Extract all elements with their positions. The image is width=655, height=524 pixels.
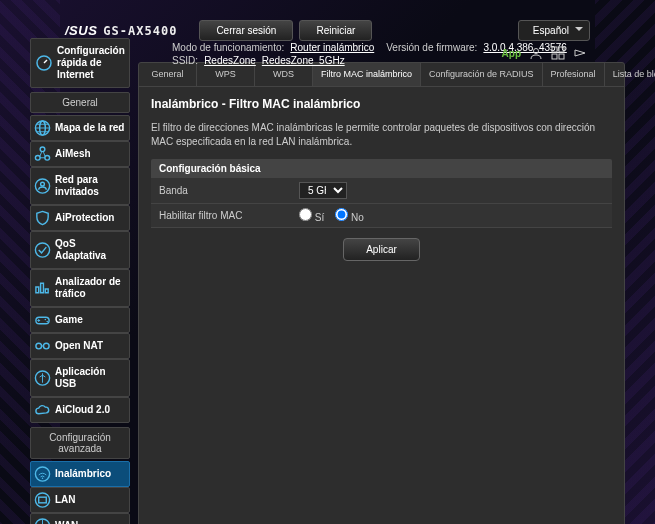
lan-icon — [34, 492, 51, 509]
nav-label: AiMesh — [55, 148, 91, 159]
nav-aplicaci-n-usb[interactable]: Aplicación USB — [30, 359, 130, 397]
cloud-icon — [34, 402, 51, 419]
no-text: No — [351, 212, 364, 223]
svg-point-16 — [46, 321, 48, 323]
traffic-icon — [34, 280, 51, 297]
nat-icon — [34, 338, 51, 355]
svg-point-13 — [35, 243, 49, 257]
tab-lista-de-bloqueo-de-itinerancia[interactable]: Lista de bloqueo de itinerancia — [605, 63, 655, 86]
gauge-icon — [35, 54, 53, 72]
nav-label: Open NAT — [55, 340, 103, 351]
quick-setup-label: Configuración rápida de Internet — [57, 45, 125, 80]
nav-label: Inalámbrico — [55, 468, 111, 479]
config-header: Configuración básica — [151, 159, 612, 178]
nav-aiprotection[interactable]: AiProtection — [30, 205, 130, 231]
apply-button[interactable]: Aplicar — [343, 238, 420, 261]
general-section-label: General — [30, 92, 130, 113]
usb-icon — [34, 370, 51, 387]
brand-logo: /SUS — [65, 23, 97, 38]
guest-icon — [34, 178, 51, 195]
nav-label: AiProtection — [55, 212, 114, 223]
nav-lan[interactable]: LAN — [30, 487, 130, 513]
language-selector[interactable]: Español — [518, 20, 590, 41]
game-icon — [34, 312, 51, 329]
svg-rect-2 — [559, 47, 564, 52]
grid-icon[interactable] — [551, 46, 565, 60]
nav-label: Mapa de la red — [55, 122, 124, 133]
nav-mapa-de-la-red[interactable]: Mapa de la red — [30, 115, 130, 141]
model-name: GS-AX5400 — [103, 24, 177, 38]
nav-label: Aplicación USB — [55, 366, 106, 389]
nav-label: Red para invitados — [55, 174, 99, 197]
svg-rect-3 — [552, 54, 557, 59]
yes-text: Sí — [315, 212, 324, 223]
users-icon[interactable] — [529, 46, 543, 60]
radio-yes[interactable] — [299, 208, 312, 221]
fw-label: Versión de firmware: — [386, 42, 477, 53]
page-title: Inalámbrico - Filtro MAC inalámbrico — [151, 97, 612, 111]
nav-inal-mbrico[interactable]: Inalámbrico — [30, 461, 130, 487]
nav-label: QoS Adaptativa — [55, 238, 106, 261]
svg-rect-23 — [39, 497, 47, 503]
logout-button[interactable]: Cerrar sesión — [199, 20, 293, 41]
svg-point-22 — [35, 493, 49, 507]
svg-point-9 — [45, 155, 50, 160]
svg-rect-1 — [552, 47, 557, 52]
reboot-button[interactable]: Reiniciar — [299, 20, 372, 41]
nav-open-nat[interactable]: Open NAT — [30, 333, 130, 359]
globe-icon — [34, 120, 51, 137]
enable-filter-label: Habilitar filtro MAC — [159, 210, 299, 221]
svg-point-12 — [41, 182, 45, 186]
nav-qos-adaptativa[interactable]: QoS Adaptativa — [30, 231, 130, 269]
quick-setup-button[interactable]: Configuración rápida de Internet — [30, 38, 130, 88]
mode-label: Modo de funcionamiento: — [172, 42, 284, 53]
svg-point-18 — [43, 343, 49, 349]
ssid-label: SSID: — [172, 55, 198, 66]
ssid2-link[interactable]: RedesZone_5GHz — [262, 55, 345, 66]
shield-icon — [34, 210, 51, 227]
radio-no[interactable] — [335, 208, 348, 221]
band-select[interactable]: 5 GHz — [299, 182, 347, 199]
wan-icon — [34, 518, 51, 525]
app-link[interactable]: App — [502, 48, 521, 59]
nav-game[interactable]: Game — [30, 307, 130, 333]
band-label: Banda — [159, 185, 299, 196]
svg-point-10 — [40, 147, 45, 152]
page-description: El filtro de direcciones MAC inalámbrica… — [151, 121, 612, 149]
mode-link[interactable]: Router inalámbrico — [290, 42, 374, 53]
nav-red-para-invitados[interactable]: Red para invitados — [30, 167, 130, 205]
svg-point-21 — [42, 477, 44, 479]
content-panel: GeneralWPSWDSFiltro MAC inalámbricoConfi… — [138, 62, 625, 524]
nav-analizador-de-tr-fico[interactable]: Analizador de tráfico — [30, 269, 130, 307]
svg-point-17 — [36, 343, 42, 349]
wifi-icon — [34, 466, 51, 483]
nav-label: WAN — [55, 520, 78, 524]
share-icon[interactable] — [573, 46, 587, 60]
sidebar: Configuración rápida de Internet General… — [30, 38, 130, 524]
nav-aimesh[interactable]: AiMesh — [30, 141, 130, 167]
nav-label: LAN — [55, 494, 76, 505]
advanced-section-label: Configuración avanzada — [30, 427, 130, 459]
qos-icon — [34, 242, 51, 259]
svg-point-0 — [534, 49, 539, 54]
svg-point-15 — [45, 319, 47, 321]
svg-rect-4 — [559, 54, 564, 59]
mesh-icon — [34, 146, 51, 163]
radio-yes-label[interactable]: Sí — [299, 212, 324, 223]
radio-no-label[interactable]: No — [335, 212, 364, 223]
ssid1-link[interactable]: RedesZone — [204, 55, 256, 66]
nav-label: AiCloud 2.0 — [55, 404, 110, 415]
nav-label: Analizador de tráfico — [55, 276, 121, 299]
svg-point-8 — [35, 155, 40, 160]
nav-wan[interactable]: WAN — [30, 513, 130, 524]
nav-aicloud-2-0[interactable]: AiCloud 2.0 — [30, 397, 130, 423]
nav-label: Game — [55, 314, 83, 325]
